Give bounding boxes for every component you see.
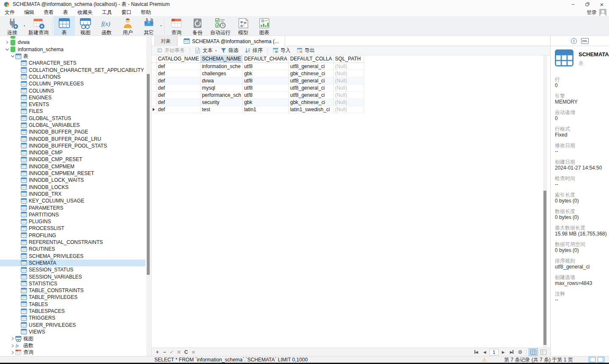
tree-item-table-KEY_COLUMN_USAGE[interactable]: KEY_COLUMN_USAGE [0, 197, 145, 204]
tree-item-table-TRIGGERS[interactable]: TRIGGERS [0, 315, 145, 321]
tab-objects[interactable]: 对象 [154, 36, 177, 46]
tree-item-table-COLUMN_PRIVILEGES[interactable]: COLUMN_PRIVILEGES [0, 80, 145, 87]
tree-item-表[interactable]: 表 [0, 53, 145, 60]
tree-item-table-INNODB_CMPMEM_RESET[interactable]: INNODB_CMPMEM_RESET [0, 170, 145, 177]
grid-cell[interactable]: utf8 [243, 63, 289, 70]
grid-scrollbar-thumb[interactable] [543, 191, 546, 345]
tree-item-table-ENGINES[interactable]: ENGINES [0, 94, 145, 101]
grid-cell[interactable]: gbk [243, 70, 289, 77]
toolbar-button-图表[interactable]: 图表 [254, 16, 275, 36]
tree-item-table-PARAMETERS[interactable]: PARAMETERS [0, 204, 145, 211]
chevron-right-icon[interactable] [10, 336, 15, 342]
ddl-icon[interactable]: DDL [581, 38, 589, 44]
tree-item-table-INNODB_LOCKS[interactable]: INNODB_LOCKS [0, 184, 145, 191]
chevron-right-icon[interactable] [4, 40, 10, 45]
grid-cell[interactable]: utf8_general_ci [288, 84, 333, 91]
grid-cell[interactable]: def [156, 70, 200, 77]
grid-scrollbar[interactable] [543, 55, 547, 348]
grid-cell[interactable]: utf8 [243, 84, 289, 91]
tree-item-table-GLOBAL_STATUS[interactable]: GLOBAL_STATUS [0, 115, 145, 122]
tree-item-table-INNODB_LOCK_WAITS[interactable]: INNODB_LOCK_WAITS [0, 177, 145, 183]
row-gutter[interactable] [151, 91, 156, 99]
page-number-input[interactable]: 1 [489, 349, 499, 356]
row-gutter[interactable] [151, 77, 156, 84]
grid-cell[interactable]: def [156, 99, 200, 106]
column-header-DEFAULT_CHARA[interactable]: DEFAULT_CHARA [243, 55, 289, 63]
tree-item-table-INNODB_CMP[interactable]: INNODB_CMP [0, 149, 145, 156]
toolbar-button-用户[interactable]: 用户 [117, 16, 138, 36]
column-header-CATALOG_NAME[interactable]: CATALOG_NAME [156, 55, 200, 63]
grid-cell[interactable]: security [200, 99, 243, 106]
grid-cell[interactable]: dvwa [200, 77, 243, 84]
toolbar-button-函数[interactable]: f(x) 函数 [96, 16, 117, 36]
tree-item-table-TABLESPACES[interactable]: TABLESPACES [0, 308, 145, 315]
grid-cell[interactable]: utf8 [243, 77, 289, 84]
prev-page-icon[interactable]: ◀ [481, 349, 488, 356]
object-toolbar-导入[interactable]: 导入 [270, 47, 293, 55]
dropdown-indicator-icon[interactable]: · [159, 16, 163, 36]
menu-item-4[interactable]: 表 [58, 8, 73, 16]
menu-item-3[interactable]: 查看 [39, 8, 58, 16]
restore-button[interactable] [580, 0, 595, 8]
object-toolbar-筛选[interactable]: 筛选 [218, 47, 241, 55]
tree-item-table-EVENTS[interactable]: EVENTS [0, 101, 145, 108]
toolbar-button-备份[interactable]: 备份 [187, 16, 208, 36]
chevron-right-icon[interactable] [10, 350, 15, 355]
column-header-DEFAULT_COLLA[interactable]: DEFAULT_COLLA [288, 55, 333, 63]
toolbar-button-连接[interactable]: 连接 [2, 16, 23, 36]
grid-cell[interactable]: utf8_general_ci [288, 77, 333, 84]
grid-cell[interactable]: (Null) [334, 99, 364, 106]
tree-item-table-COLLATIONS[interactable]: COLLATIONS [0, 74, 145, 80]
toolbar-button-其它[interactable]: 其它 [138, 16, 159, 36]
tree-item-table-TABLE_PRIVILEGES[interactable]: TABLE_PRIVILEGES [0, 294, 145, 301]
grid-cell[interactable]: (Null) [334, 63, 364, 70]
menu-item-5[interactable]: 收藏夹 [73, 8, 97, 16]
object-toolbar-文本[interactable]: 文本 [192, 47, 215, 55]
grid-cell[interactable]: test [200, 106, 243, 113]
sidebar-scrollbar-thumb[interactable] [147, 74, 150, 275]
grid-cell[interactable]: (Null) [334, 106, 364, 113]
toolbar-button-自动运行[interactable]: 自动运行 [208, 16, 233, 36]
object-toolbar-导出[interactable]: 导出 [294, 47, 317, 55]
form-view-toggle[interactable] [539, 348, 548, 356]
add-record-icon[interactable]: + [154, 349, 160, 355]
dropdown-indicator-icon[interactable]: · [23, 16, 26, 36]
toggle-right-panel-icon[interactable] [598, 357, 604, 362]
tree-item-table-INNODB_BUFFER_PAGE[interactable]: INNODB_BUFFER_PAGE [0, 129, 145, 135]
grid-cell[interactable]: utf8 [243, 91, 289, 99]
toolbar-button-查询[interactable]: 查询 [166, 16, 187, 36]
grid-cell[interactable]: def [156, 106, 200, 113]
tree-item-table-USER_PRIVILEGES[interactable]: USER_PRIVILEGES [0, 321, 145, 328]
grid-cell[interactable]: (Null) [334, 77, 364, 84]
tab-schemata[interactable]: SCHEMATA @information_schema (... [177, 36, 285, 47]
row-gutter[interactable] [151, 84, 156, 91]
toggle-left-panel-icon[interactable] [589, 357, 595, 362]
tree-item-table-REFERENTIAL_CONSTRAINTS[interactable]: REFERENTIAL_CONSTRAINTS [0, 239, 145, 246]
tree-item-table-SESSION_VARIABLES[interactable]: SESSION_VARIABLES [0, 273, 145, 280]
refresh-icon[interactable]: C [183, 349, 189, 355]
toolbar-button-视图[interactable]: 视图 [75, 16, 96, 36]
menu-item-2[interactable]: 编辑 [19, 8, 39, 16]
tree-item-table-ROUTINES[interactable]: ROUTINES [0, 246, 145, 252]
tree-item-table-CHARACTER_SETS[interactable]: CHARACTER_SETS [0, 60, 145, 66]
grid-cell[interactable]: gbk_chinese_ci [288, 70, 333, 77]
grid-cell[interactable]: mysql [200, 84, 243, 91]
menu-item-1[interactable]: 文件 [0, 8, 19, 16]
chevron-right-icon[interactable] [10, 343, 15, 348]
tree-item-table-FILES[interactable]: FILES [0, 108, 145, 115]
tree-item-table-STATISTICS[interactable]: STATISTICS [0, 280, 145, 287]
tree-item-table-INNODB_BUFFER_PAGE_LRU[interactable]: INNODB_BUFFER_PAGE_LRU [0, 135, 145, 142]
minimize-button[interactable]: – [566, 0, 580, 8]
tree-item-函数[interactable]: fx 函数 [0, 342, 145, 349]
tree-item-information_schema[interactable]: information_schema [0, 46, 145, 53]
tree-item-table-VIEWS[interactable]: VIEWS [0, 328, 145, 335]
tree-item-table-PARTITIONS[interactable]: PARTITIONS [0, 211, 145, 218]
toolbar-button-新建查询[interactable]: 新建查询 [26, 16, 51, 36]
toolbar-button-表[interactable]: 表 [54, 16, 75, 36]
menu-item-6[interactable]: 工具 [97, 8, 117, 16]
next-page-icon[interactable]: ▶ [499, 349, 507, 356]
tree-item-table-INNODB_BUFFER_POOL_STATS[interactable]: INNODB_BUFFER_POOL_STATS [0, 142, 145, 149]
row-gutter[interactable] [151, 63, 156, 70]
grid-cell[interactable]: gbk [243, 99, 289, 106]
row-gutter[interactable] [151, 99, 156, 106]
